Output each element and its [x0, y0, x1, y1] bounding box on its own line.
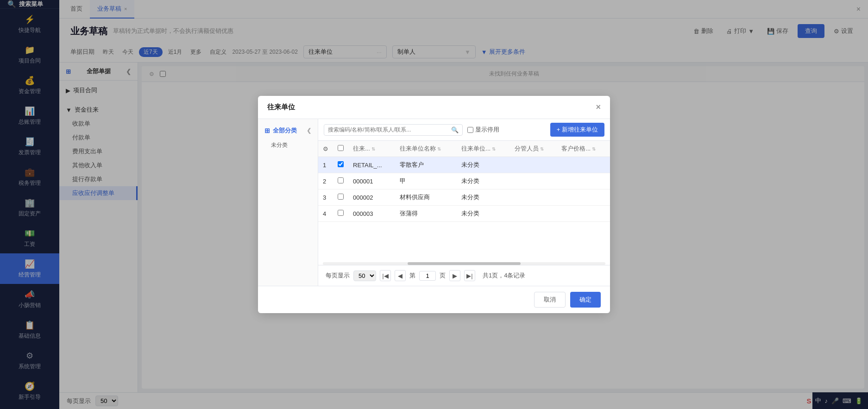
row-category: 未分类: [457, 173, 510, 189]
modal-close-btn[interactable]: ×: [596, 102, 601, 112]
th-price[interactable]: 客户价格...: [557, 141, 610, 157]
row-num: 1: [318, 157, 333, 173]
modal-category-all[interactable]: ⊞ 全部分类 ❮: [258, 123, 318, 138]
row-num: 2: [318, 173, 333, 189]
row-num: 3: [318, 189, 333, 206]
row-price: [557, 206, 610, 222]
row-checkbox[interactable]: [338, 161, 344, 167]
row-price: [557, 173, 610, 189]
add-partner-btn[interactable]: + 新增往来单位: [550, 123, 604, 137]
row-manager: [510, 189, 557, 206]
category-collapse-icon[interactable]: ❮: [307, 127, 311, 134]
prev-page-btn[interactable]: ◀: [395, 270, 406, 281]
row-num: 4: [318, 206, 333, 222]
row-category: 未分类: [457, 157, 510, 173]
modal-body: ⊞ 全部分类 ❮ 未分类 🔍 显示停用: [258, 119, 610, 286]
th-settings[interactable]: ⚙: [318, 141, 333, 157]
modal-scrollbar-thumb[interactable]: [408, 262, 521, 265]
modal-overlay[interactable]: 往来单位 × ⊞ 全部分类 ❮ 未分类 🔍: [0, 0, 868, 409]
row-code: 000002: [348, 189, 395, 206]
th-code[interactable]: 往来...: [348, 141, 395, 157]
row-code: RETAIL_...: [348, 157, 395, 173]
last-page-btn[interactable]: ▶|: [464, 270, 475, 281]
row-manager: [510, 173, 557, 189]
page-size-label: 每页显示: [326, 271, 350, 280]
row-price: [557, 157, 610, 173]
modal-title: 往来单位: [267, 103, 295, 112]
row-code: 000001: [348, 173, 395, 189]
row-category: 未分类: [457, 189, 510, 206]
th-name[interactable]: 往来单位名称: [395, 141, 457, 157]
table-row[interactable]: 3 000002 材料供应商 未分类: [318, 189, 610, 206]
modal-toolbar: 🔍 显示停用 + 新增往来单位: [318, 119, 610, 141]
modal-category-unclassified[interactable]: 未分类: [258, 138, 318, 152]
table-row[interactable]: 2 000001 甲 未分类: [318, 173, 610, 189]
row-code: 000003: [348, 206, 395, 222]
show-disabled-checkbox[interactable]: [467, 127, 473, 133]
modal-pagination: 每页显示 50 |◀ ◀ 第 页 ▶ ▶| 共1页，4条记录: [318, 265, 610, 286]
cancel-btn[interactable]: 取消: [534, 292, 566, 308]
row-name: 材料供应商: [395, 189, 457, 206]
table-row[interactable]: 1 RETAIL_... 零散客户 未分类: [318, 157, 610, 173]
first-page-btn[interactable]: |◀: [380, 270, 391, 281]
page-label: 第: [409, 271, 415, 280]
show-disabled-label[interactable]: 显示停用: [467, 126, 499, 134]
row-checkbox[interactable]: [338, 177, 344, 183]
table-select-all[interactable]: [338, 145, 344, 151]
total-label: 共1页，4条记录: [483, 271, 525, 280]
modal-search-box[interactable]: 🔍: [324, 124, 463, 136]
row-manager: [510, 206, 557, 222]
search-icon: 🔍: [451, 126, 459, 133]
row-manager: [510, 157, 557, 173]
category-grid-icon: ⊞: [264, 127, 270, 134]
modal-search-input[interactable]: [328, 126, 451, 133]
row-checkbox[interactable]: [338, 210, 344, 216]
table-row[interactable]: 4 000003 张蒲得 未分类: [318, 206, 610, 222]
row-name: 甲: [395, 173, 457, 189]
th-checkbox[interactable]: [333, 141, 348, 157]
row-category: 未分类: [457, 206, 510, 222]
modal-actions: 取消 确定: [258, 286, 610, 313]
next-page-btn[interactable]: ▶: [449, 270, 460, 281]
row-name: 零散客户: [395, 157, 457, 173]
modal-right-panel: 🔍 显示停用 + 新增往来单位 ⚙: [318, 119, 610, 286]
confirm-btn[interactable]: 确定: [570, 292, 601, 308]
row-name: 张蒲得: [395, 206, 457, 222]
page-input[interactable]: [419, 271, 436, 281]
modal-header: 往来单位 ×: [258, 96, 610, 119]
row-price: [557, 189, 610, 206]
page-unit: 页: [440, 271, 446, 280]
modal-scrollbar[interactable]: [323, 262, 605, 265]
partner-modal: 往来单位 × ⊞ 全部分类 ❮ 未分类 🔍: [258, 96, 610, 313]
row-checkbox[interactable]: [338, 194, 344, 200]
modal-table: ⚙ 往来... 往来单位名称 往来单位... 分管人员 客户价格... 1: [318, 141, 610, 262]
modal-left-panel: ⊞ 全部分类 ❮ 未分类: [258, 119, 318, 286]
th-manager[interactable]: 分管人员: [510, 141, 557, 157]
th-category[interactable]: 往来单位...: [457, 141, 510, 157]
page-size-select[interactable]: 50: [353, 271, 376, 281]
